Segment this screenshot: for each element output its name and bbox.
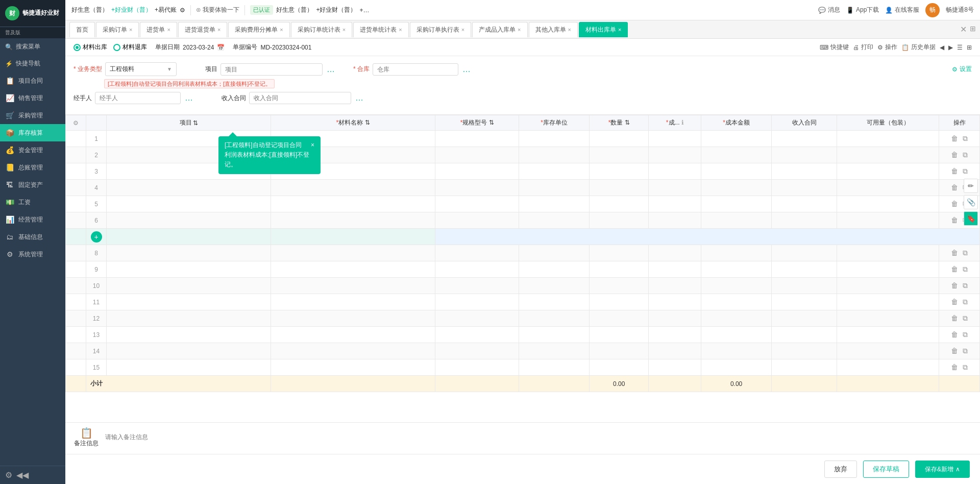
radio-outbound[interactable]: 材料出库 bbox=[74, 43, 107, 52]
row-spec-cell[interactable] bbox=[435, 343, 519, 359]
income-contract-dots-btn[interactable]: … bbox=[355, 93, 363, 103]
row-copy-btn[interactable]: ⧉ bbox=[963, 347, 968, 355]
operations-btn[interactable]: ⚙ 操作 bbox=[877, 43, 897, 52]
row-qty-cell[interactable] bbox=[589, 261, 649, 278]
row-spec-cell[interactable] bbox=[435, 310, 519, 327]
th-cost-amount[interactable]: *成本金额 bbox=[701, 115, 772, 131]
row-cost-price-cell[interactable] bbox=[649, 278, 701, 294]
th-quantity[interactable]: *数量 ⇅ bbox=[589, 115, 649, 131]
row-income-contract-cell[interactable] bbox=[771, 294, 837, 310]
row-spec-cell[interactable] bbox=[435, 359, 519, 376]
row-copy-btn[interactable]: ⧉ bbox=[963, 167, 968, 175]
app-download-btn[interactable]: 📱 App下载 bbox=[846, 6, 879, 14]
row-unit-cell[interactable] bbox=[519, 196, 590, 212]
row-available-qty-cell[interactable] bbox=[837, 261, 939, 278]
row-unit-cell[interactable] bbox=[519, 245, 590, 261]
tab-inbound-return[interactable]: 进货退货单 × bbox=[178, 22, 227, 37]
row-available-qty-cell[interactable] bbox=[837, 327, 939, 343]
tab-purchase-stats[interactable]: 采购订单统计表 × bbox=[291, 22, 352, 37]
calendar-icon[interactable]: 📅 bbox=[217, 44, 225, 51]
row-project-cell[interactable] bbox=[107, 278, 271, 294]
sidebar-item-sales[interactable]: 📈 销售管理 bbox=[0, 89, 65, 107]
row-material-cell[interactable] bbox=[271, 261, 435, 278]
row-unit-cell[interactable] bbox=[519, 294, 590, 310]
row-cost-amount-cell[interactable] bbox=[701, 261, 772, 278]
th-material[interactable]: *材料名称 ⇅ bbox=[271, 115, 435, 131]
row-delete-btn[interactable]: 🗑 bbox=[951, 200, 958, 208]
row-spec-cell[interactable] bbox=[435, 245, 519, 261]
row-material-cell[interactable] bbox=[271, 245, 435, 261]
row-cost-amount-cell[interactable] bbox=[701, 294, 772, 310]
tab-inbound[interactable]: 进货单 × bbox=[140, 22, 177, 37]
sidebar-collapse-btn[interactable]: ◀◀ bbox=[16, 470, 29, 480]
row-material-input[interactable] bbox=[274, 231, 432, 243]
save-draft-button[interactable]: 保存草稿 bbox=[863, 461, 909, 478]
discard-button[interactable]: 放弃 bbox=[824, 461, 857, 478]
row-cost-price-cell[interactable] bbox=[649, 196, 701, 212]
row-cost-amount-cell[interactable] bbox=[701, 359, 772, 376]
row-income-contract-cell[interactable] bbox=[771, 245, 837, 261]
row-available-qty-cell[interactable] bbox=[837, 212, 939, 229]
row-delete-btn[interactable]: 🗑 bbox=[951, 298, 958, 306]
tab-close-purchase-expense[interactable]: × bbox=[280, 27, 283, 33]
row-cost-amount-cell[interactable] bbox=[701, 343, 772, 359]
row-material-cell[interactable] bbox=[271, 278, 435, 294]
tab-close-other-inbound[interactable]: × bbox=[568, 27, 571, 33]
row-project-input[interactable] bbox=[110, 231, 267, 243]
good-wealth-tab[interactable]: +好业财（普） bbox=[111, 6, 152, 14]
row-cost-amount-cell[interactable] bbox=[701, 278, 772, 294]
warehouse-dots-btn[interactable]: … bbox=[462, 65, 471, 74]
row-spec-cell[interactable] bbox=[435, 327, 519, 343]
row-delete-btn[interactable]: 🗑 bbox=[951, 167, 958, 175]
good-wealth-right[interactable]: +好业财（普） bbox=[316, 6, 356, 14]
row-material-cell[interactable] bbox=[271, 327, 435, 343]
row-cost-price-cell[interactable] bbox=[649, 294, 701, 310]
row-spec-cell[interactable] bbox=[435, 261, 519, 278]
row-spec-cell[interactable] bbox=[435, 212, 519, 229]
sidebar-item-operations[interactable]: 📊 经营管理 bbox=[0, 211, 65, 228]
row-available-qty-cell[interactable] bbox=[837, 163, 939, 180]
radio-return[interactable]: 材料退库 bbox=[113, 43, 147, 52]
right-tool-attach[interactable]: 📎 bbox=[964, 195, 978, 209]
row-income-contract-cell[interactable] bbox=[771, 343, 837, 359]
row-available-qty-cell[interactable] bbox=[837, 343, 939, 359]
row-delete-btn[interactable]: 🗑 bbox=[951, 314, 958, 322]
row-cost-amount-cell[interactable] bbox=[701, 147, 772, 163]
tab-inbound-stats[interactable]: 进货单统计表 × bbox=[353, 22, 408, 37]
row-cost-price-cell[interactable] bbox=[649, 131, 701, 147]
row-cost-price-cell[interactable] bbox=[649, 147, 701, 163]
row-income-contract-cell[interactable] bbox=[771, 278, 837, 294]
row-delete-btn[interactable]: 🗑 bbox=[951, 347, 958, 355]
sidebar-quick-nav[interactable]: ⚡ 快捷导航 bbox=[0, 55, 65, 72]
row-qty-cell[interactable] bbox=[589, 147, 649, 163]
sidebar-item-basic[interactable]: 🗂 基础信息 bbox=[0, 228, 65, 246]
row-material-cell[interactable] bbox=[271, 294, 435, 310]
row-unit-cell[interactable] bbox=[519, 131, 590, 147]
sidebar-item-inventory[interactable]: 📦 库存核算 bbox=[0, 124, 65, 141]
list-view-btn[interactable]: ☰ bbox=[957, 44, 963, 51]
row-unit-cell[interactable] bbox=[519, 327, 590, 343]
tab-close-purchase-exec[interactable]: × bbox=[461, 27, 464, 33]
business-type-select[interactable]: 工程领料 ▼ bbox=[105, 62, 177, 76]
row-cost-price-cell[interactable] bbox=[649, 343, 701, 359]
right-tool-flag[interactable]: 🔖 bbox=[964, 211, 978, 226]
row-qty-cell[interactable] bbox=[589, 278, 649, 294]
row-unit-cell[interactable] bbox=[519, 261, 590, 278]
row-qty-cell[interactable] bbox=[589, 343, 649, 359]
row-cost-amount-cell[interactable] bbox=[701, 196, 772, 212]
tab-finished-goods[interactable]: 产成品入库单 × bbox=[472, 22, 527, 37]
row-delete-btn[interactable]: 🗑 bbox=[951, 265, 958, 273]
row-copy-btn[interactable]: ⧉ bbox=[963, 249, 968, 257]
row-project-cell[interactable] bbox=[107, 310, 271, 327]
tab-close-inbound-return[interactable]: × bbox=[217, 27, 220, 33]
row-income-contract-cell[interactable] bbox=[771, 212, 837, 229]
sidebar-item-assets[interactable]: 🏗 固定资产 bbox=[0, 176, 65, 193]
row-delete-btn[interactable]: 🗑 bbox=[951, 151, 958, 159]
grid-view-btn[interactable]: ⊞ bbox=[967, 44, 972, 51]
row-qty-cell[interactable] bbox=[589, 163, 649, 180]
row-project-cell[interactable] bbox=[107, 196, 271, 212]
row-available-qty-cell[interactable] bbox=[837, 131, 939, 147]
warehouse-input[interactable] bbox=[373, 63, 458, 76]
row-available-qty-cell[interactable] bbox=[837, 245, 939, 261]
row-copy-btn[interactable]: ⧉ bbox=[963, 134, 968, 142]
